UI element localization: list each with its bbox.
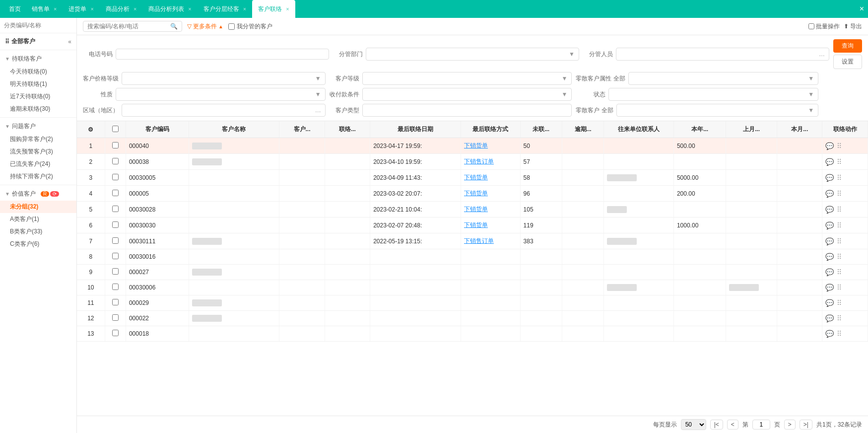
sidebar-item-overdue[interactable]: 逾期未联络(30) bbox=[0, 103, 76, 115]
query-button[interactable]: 查询 bbox=[833, 39, 862, 53]
col-company[interactable]: 往来单位联系人 bbox=[604, 121, 674, 138]
sidebar-item-ungroup[interactable]: 未分组(32) bbox=[0, 201, 76, 213]
cell-last-way[interactable]: 下销货单 bbox=[461, 138, 520, 154]
cell-action[interactable]: 💬⠿ bbox=[822, 217, 868, 233]
payment-select[interactable]: ▼ bbox=[362, 88, 572, 101]
row-checkbox[interactable] bbox=[112, 253, 119, 259]
row-checkbox[interactable] bbox=[112, 142, 119, 148]
cell-last-way[interactable]: 下销货单 bbox=[461, 217, 520, 233]
row-checkbox[interactable] bbox=[112, 299, 119, 305]
sidebar-search-input[interactable] bbox=[4, 22, 77, 29]
cell-action[interactable]: 💬⠿ bbox=[822, 202, 868, 217]
cell-last-way[interactable]: 下销售订单 bbox=[461, 154, 520, 170]
phone-input[interactable] bbox=[116, 49, 329, 60]
grid-icon[interactable]: ⠿ bbox=[837, 253, 842, 261]
nature-select[interactable]: ▼ bbox=[116, 88, 326, 101]
col-this-month[interactable]: 本月... bbox=[777, 121, 822, 138]
nav-tab-purchase[interactable]: 进货单 × bbox=[63, 0, 99, 18]
cell-action[interactable]: 💬⠿ bbox=[822, 170, 868, 186]
cell-check[interactable] bbox=[105, 202, 126, 217]
price-level-select[interactable]: ▼ bbox=[122, 72, 326, 85]
grid-icon[interactable]: ⠿ bbox=[837, 190, 842, 198]
cell-action[interactable]: 💬⠿ bbox=[822, 186, 868, 202]
nav-tab-customer-contact[interactable]: 客户联络 × bbox=[252, 0, 295, 18]
region-select[interactable]: … bbox=[122, 104, 326, 117]
grid-icon[interactable]: ⠿ bbox=[837, 158, 842, 166]
cell-check[interactable] bbox=[105, 138, 126, 154]
sidebar-item-today[interactable]: 今天待联络(0) bbox=[0, 66, 76, 78]
filter-search-input[interactable] bbox=[87, 23, 168, 30]
close-product-list-icon[interactable]: × bbox=[188, 0, 191, 18]
customer-type-select[interactable] bbox=[362, 104, 572, 117]
col-this-year[interactable]: 本年... bbox=[673, 121, 726, 138]
cell-check[interactable] bbox=[105, 295, 126, 311]
all-customers-header[interactable]: ⠿ 全部客户 « bbox=[0, 33, 76, 48]
grid-icon[interactable]: ⠿ bbox=[837, 206, 842, 214]
last-page-btn[interactable]: >| bbox=[800, 420, 812, 430]
cell-action[interactable]: 💬⠿ bbox=[822, 154, 868, 170]
nav-home[interactable]: 首页 bbox=[4, 0, 26, 18]
row-checkbox[interactable] bbox=[112, 158, 119, 164]
cell-last-way[interactable] bbox=[461, 280, 520, 295]
cell-check[interactable] bbox=[105, 186, 126, 202]
next-page-btn[interactable]: > bbox=[784, 420, 796, 430]
sidebar-item-abnormal[interactable]: 囤购异常客户(2) bbox=[0, 133, 76, 145]
cell-action[interactable]: 💬⠿ bbox=[822, 138, 868, 154]
chat-icon[interactable]: 💬 bbox=[825, 284, 834, 291]
last-way-link[interactable]: 下销货单 bbox=[464, 190, 488, 197]
col-contact[interactable]: 联络... bbox=[325, 121, 370, 138]
grid-icon[interactable]: ⠿ bbox=[837, 221, 842, 229]
sidebar-item-tomorrow[interactable]: 明天待联络(1) bbox=[0, 78, 76, 90]
status-select[interactable]: ▼ bbox=[608, 88, 818, 101]
cell-check[interactable] bbox=[105, 217, 126, 233]
sidebar-item-classA[interactable]: A类客户(1) bbox=[0, 213, 76, 225]
row-checkbox[interactable] bbox=[112, 221, 119, 228]
first-page-btn[interactable]: |< bbox=[710, 420, 723, 430]
sidebar-item-churned[interactable]: 已流失客户(24) bbox=[0, 158, 76, 170]
sidebar-item-churn-warn[interactable]: 流失预警客户(3) bbox=[0, 145, 76, 158]
cell-check[interactable] bbox=[105, 265, 126, 280]
cell-action[interactable]: 💬⠿ bbox=[822, 295, 868, 311]
cell-last-way[interactable]: 下销货单 bbox=[461, 170, 520, 186]
col-last-date[interactable]: 最后联络日期 bbox=[370, 121, 461, 138]
chat-icon[interactable]: 💬 bbox=[825, 314, 834, 322]
cell-check[interactable] bbox=[105, 280, 126, 295]
grid-icon[interactable]: ⠿ bbox=[837, 174, 842, 182]
sidebar-collapse-icon[interactable]: « bbox=[68, 38, 71, 45]
sidebar-group-problem[interactable]: ▼ 问题客户 bbox=[0, 120, 76, 133]
cell-action[interactable]: 💬⠿ bbox=[822, 326, 868, 342]
select-all-checkbox[interactable] bbox=[112, 126, 119, 132]
cell-last-way[interactable] bbox=[461, 265, 520, 280]
sidebar-group-value[interactable]: ▼ 价值客户 R ⟳ bbox=[0, 187, 76, 201]
retail-customer-select[interactable]: ▼ bbox=[616, 104, 818, 117]
page-input[interactable] bbox=[752, 420, 770, 430]
cell-check[interactable] bbox=[105, 326, 126, 342]
grid-icon[interactable]: ⠿ bbox=[837, 142, 842, 150]
cell-check[interactable] bbox=[105, 249, 126, 265]
settings-gear-icon[interactable]: ⚙ bbox=[88, 126, 93, 133]
close-purchase-icon[interactable]: × bbox=[90, 0, 93, 18]
nav-tab-customer-layer[interactable]: 客户分层经客 × bbox=[198, 0, 252, 18]
col-type[interactable]: 客户... bbox=[279, 121, 325, 138]
col-last-month[interactable]: 上月... bbox=[726, 121, 777, 138]
last-way-link[interactable]: 下销货单 bbox=[464, 174, 488, 181]
cell-check[interactable] bbox=[105, 233, 126, 249]
grid-icon[interactable]: ⠿ bbox=[837, 330, 842, 338]
col-name[interactable]: 客户名称 bbox=[189, 121, 279, 138]
chat-icon[interactable]: 💬 bbox=[825, 158, 834, 166]
per-page-select[interactable]: 50 20 100 bbox=[681, 419, 706, 430]
prev-page-btn[interactable]: < bbox=[727, 420, 738, 430]
filter-search-box[interactable]: 🔍 bbox=[83, 21, 182, 32]
dept-select[interactable]: ▼ bbox=[366, 48, 579, 61]
retail-attr-select[interactable]: ▼ bbox=[628, 72, 818, 85]
cell-action[interactable]: 💬⠿ bbox=[822, 280, 868, 295]
cell-action[interactable]: 💬⠿ bbox=[822, 249, 868, 265]
chat-icon[interactable]: 💬 bbox=[825, 190, 834, 198]
col-check[interactable] bbox=[105, 121, 126, 138]
close-customer-contact-icon[interactable]: × bbox=[286, 0, 289, 18]
col-settings[interactable]: ⚙ bbox=[77, 121, 105, 138]
sidebar-item-7days[interactable]: 近7天待联络(0) bbox=[0, 90, 76, 103]
chat-icon[interactable]: 💬 bbox=[825, 206, 834, 214]
cell-last-way[interactable]: 下销货单 bbox=[461, 186, 520, 202]
row-checkbox[interactable] bbox=[112, 237, 119, 244]
